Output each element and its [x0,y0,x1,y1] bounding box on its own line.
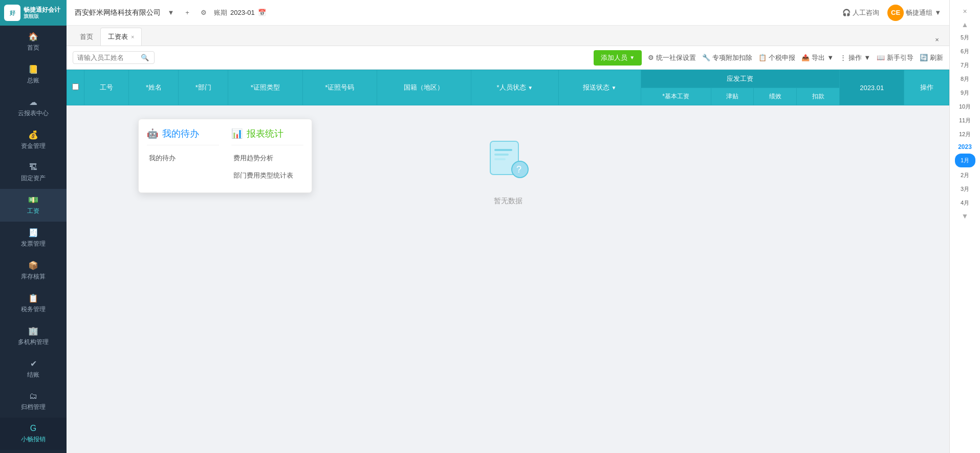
special-deduct-label: 专项附加扣除 [712,53,752,62]
popup-col-todo: 🤖 我的待办 我的待办 [147,127,219,184]
ledger-icon: 📒 [28,64,38,74]
timeline-panel: × ▲ 5月 6月 7月 8月 9月 10月 11月 12月 2023 1月 2… [949,0,980,453]
sidebar-item-tax[interactable]: 📋 税务管理 [0,287,67,320]
timeline-month-7[interactable]: 7月 [950,58,980,72]
headset-icon: 🎧 [842,9,851,16]
social-insurance-icon: ⚙ [648,54,654,61]
refresh-icon: 🔄 [920,54,928,61]
add-dropdown-icon: ▼ [629,55,635,60]
sidebar-item-fund[interactable]: 💰 资金管理 [0,124,67,157]
popup-columns: 🤖 我的待办 我的待办 📊 报表统计 费用趋势分析 [147,127,303,184]
sidebar-item-home[interactable]: 🏠 首页 [0,26,67,58]
timeline-month-3[interactable]: 3月 [950,182,980,196]
select-all-checkbox[interactable] [67,70,84,105]
personal-tax-icon: 📋 [758,54,767,61]
sidebar-item-settlement[interactable]: ✔ 结账 [0,353,67,385]
timeline-nav-down[interactable]: ▼ [960,210,971,222]
timeline-month-6[interactable]: 6月 [950,45,980,58]
tab-salary-table[interactable]: 工资表 × [100,28,142,46]
sidebar-nav: 🏠 首页 📒 总账 ☁ 云报表中心 💰 资金管理 🏗 固定资产 💵 工资 🧾 发… [0,26,67,453]
sidebar-item-fixed-assets[interactable]: 🏗 固定资产 [0,157,67,189]
col-name: *姓名 [129,70,179,105]
operations-label: 操作 [848,53,862,62]
popup-item-todo[interactable]: 我的待办 [147,149,219,167]
main-area: 西安虾米网络科技有限公司 ▼ + ⚙ 账期 2023-01 📅 🎧 人工咨询 C… [67,0,949,453]
topbar-right: 🎧 人工咨询 CE 畅捷通组 ▼ [842,5,941,21]
timeline-close-btn[interactable]: × [950,4,980,18]
archive-icon: 🗂 [29,392,37,401]
period-label: 账期 [214,8,227,17]
toolbar: 🔍 添加人员 ▼ ⚙ 统一社保设置 🔧 专项附加扣除 📋 个税申报 📤 导出 [67,46,949,70]
todo-icon: 🤖 [147,128,158,139]
timeline-month-9[interactable]: 9月 [950,86,980,100]
tab-salary-label: 工资表 [108,32,128,41]
customer-service-btn[interactable]: 🎧 人工咨询 [842,8,879,17]
chart-icon: 📊 [231,128,243,139]
operations-btn[interactable]: ⋮ 操作 ▼ [840,53,870,62]
logo-text: 畅捷通好会计 旗舰版 [24,6,60,19]
year-2023-label: 2023 [958,141,972,153]
company-dropdown-btn[interactable]: ▼ [165,7,177,19]
sidebar-item-label: 归档管理 [21,403,46,412]
sidebar-item-archive[interactable]: 🗂 归档管理 [0,385,67,418]
empty-icon: ? [485,136,531,190]
export-label: 导出 [812,53,825,62]
timeline-month-11[interactable]: 11月 [950,114,980,127]
sidebar-item-cloud-report[interactable]: ☁ 云报表中心 [0,91,67,124]
refresh-btn[interactable]: 🔄 刷新 [920,53,943,62]
special-deduct-btn[interactable]: 🔧 专项附加扣除 [702,53,752,62]
sidebar-item-label: 总账 [27,76,39,85]
personal-tax-btn[interactable]: 📋 个税申报 [758,53,795,62]
sidebar-item-multi-org[interactable]: 🏢 多机构管理 [0,320,67,353]
sidebar-item-label: 结账 [27,371,39,379]
popup-item-dept-stats[interactable]: 部门费用类型统计表 [231,167,303,184]
timeline-month-10[interactable]: 10月 [950,100,980,114]
cloud-report-icon: ☁ [29,97,37,107]
search-input[interactable] [77,54,139,61]
user-profile[interactable]: CE 畅捷通组 ▼ [887,5,941,21]
sidebar-item-basic-settings[interactable]: ⚙ 基础设置 [0,450,67,453]
customer-service-label: 人工咨询 [853,8,879,17]
accounting-period: 账期 2023-01 📅 [214,8,266,17]
sidebar-item-xiaochang[interactable]: G 小畅报销 [0,418,67,450]
sidebar-item-inventory[interactable]: 📦 库存核算 [0,254,67,287]
tab-close-btn[interactable]: × [131,34,134,40]
col-personnel-status: *人员状态 ▼ [471,70,558,105]
social-insurance-btn[interactable]: ⚙ 统一社保设置 [648,53,696,62]
personal-tax-label: 个税申报 [769,53,795,62]
timeline-month-12[interactable]: 12月 [950,127,980,141]
col-cert-type: *证照类型 [228,70,302,105]
social-insurance-label: 统一社保设置 [656,53,696,62]
sidebar-item-invoice[interactable]: 🧾 发票管理 [0,222,67,254]
sidebar-item-ledger[interactable]: 📒 总账 [0,58,67,91]
timeline-nav-up[interactable]: ▲ [960,18,971,31]
sidebar-item-salary[interactable]: 💵 工资 [0,189,67,222]
add-company-btn[interactable]: + [181,7,193,19]
calendar-icon: 📅 [258,9,266,16]
tab-home[interactable]: 首页 [73,28,100,46]
timeline-month-4[interactable]: 4月 [950,196,980,210]
timeline-month-1-active[interactable]: 1月 [955,154,975,167]
fixed-assets-icon: 🏗 [29,163,37,172]
tabs-bar: 首页 工资表 × × [67,26,949,46]
col-basic-salary: *基本工资 [641,88,711,105]
col-cert-no: *证照号码 [302,70,377,105]
table-area: 工号 *姓名 *部门 *证照类型 *证照号码 国籍（地区） *人员状态 ▼ 报送… [67,70,949,453]
timeline-month-5[interactable]: 5月 [950,31,980,45]
user-name: 畅捷通组 [906,8,932,17]
timeline-month-8[interactable]: 8月 [950,72,980,86]
salary-icon: 💵 [28,195,38,205]
add-person-button[interactable]: 添加人员 ▼ [594,50,642,66]
new-guide-btn[interactable]: 📖 新手引导 [877,53,913,62]
close-panel-btn[interactable]: × [931,33,943,46]
timeline-month-2[interactable]: 2月 [950,168,980,182]
export-btn[interactable]: 📤 导出 ▼ [801,53,834,62]
search-icon: 🔍 [141,54,149,61]
settings-btn[interactable]: ⚙ [198,7,210,19]
popup-col-report: 📊 报表统计 费用趋势分析 部门费用类型统计表 [231,127,303,184]
popup-item-cost-trend[interactable]: 费用趋势分析 [231,149,303,167]
sidebar-item-label: 云报表中心 [18,109,49,118]
col-report-status: 报送状态 ▼ [558,70,641,105]
col-allowance: 津贴 [711,88,754,105]
topbar: 西安虾米网络科技有限公司 ▼ + ⚙ 账期 2023-01 📅 🎧 人工咨询 C… [67,0,949,26]
